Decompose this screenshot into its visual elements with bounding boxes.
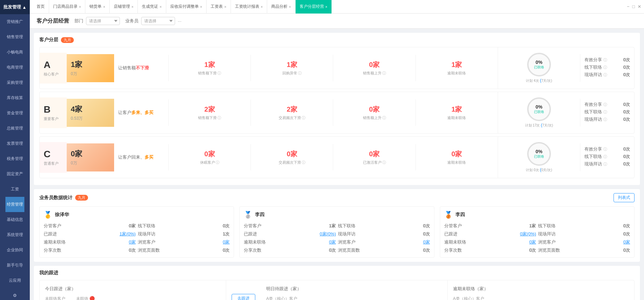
info-icon[interactable]: ⓘ	[302, 115, 305, 120]
tab-close-icon[interactable]: ×	[289, 5, 291, 9]
sidebar-item-发票管理[interactable]: 发票管理	[5, 136, 24, 151]
sidebar-item-小畅电商[interactable]: 小畅电商	[5, 45, 24, 60]
info-icon[interactable]: ⓘ	[382, 160, 386, 165]
list-view-button[interactable]: 列表式	[614, 193, 635, 202]
sp-stat-value[interactable]: 0家	[129, 239, 135, 245]
sidebar-item-营销推广[interactable]: 营销推广	[5, 14, 24, 29]
sp-stat-label: 分享次数	[44, 247, 61, 253]
tab-应收应付调整单[interactable]: 应收应付调整单×	[166, 0, 207, 14]
circle-pct: 0%	[536, 149, 542, 154]
info-icon[interactable]: ⓘ	[603, 117, 607, 121]
sidebar-item-总账管理[interactable]: 总账管理	[5, 121, 24, 136]
info-icon[interactable]: ⓘ	[603, 102, 607, 107]
sp-stat-label: 已跟进	[444, 231, 457, 237]
tab-close-icon[interactable]: ×	[159, 5, 162, 9]
tab-close-icon[interactable]: ×	[325, 5, 327, 9]
sidebar-item-采购管理[interactable]: 采购管理	[5, 75, 24, 90]
window-close-icon[interactable]: ✕	[638, 4, 641, 9]
sp-stat-item: 分享次数0次	[44, 247, 136, 253]
sidebar-item-云应用[interactable]: 云应用	[5, 273, 24, 288]
sidebar-item-销售管理[interactable]: 销售管理	[5, 29, 24, 45]
go-followup-button[interactable]: 去跟进	[232, 294, 255, 300]
tab-close-icon[interactable]: ×	[103, 5, 105, 9]
tab-close-icon[interactable]: ×	[224, 5, 226, 9]
sidebar-item-系统管理[interactable]: 系统管理	[5, 227, 24, 243]
info-icon[interactable]: ⓘ	[298, 71, 302, 76]
tab-门店商品目录[interactable]: 门店商品目录×	[49, 0, 85, 14]
sp-stat-value[interactable]: 0家	[223, 239, 230, 245]
sp-stat-value[interactable]: 0家(0%)	[520, 231, 536, 237]
sidebar-item-电商管理[interactable]: 电商管理	[5, 60, 24, 75]
tab-店铺管理[interactable]: 店铺管理×	[110, 0, 138, 14]
info-icon[interactable]: ⓘ	[603, 147, 607, 151]
salesperson-select[interactable]: 请选择	[141, 17, 175, 25]
dept-select[interactable]: 请选择	[86, 17, 120, 25]
window-maximize-icon[interactable]: □	[632, 4, 635, 9]
sp-stat-value[interactable]: 0家(0%)	[320, 231, 336, 237]
right-stat-item: 有效分享 ⓘ0次	[584, 146, 630, 152]
tier-action-B: 让客户多来、多买	[114, 104, 168, 121]
sp-stat-item: 现场拜访0次	[538, 231, 630, 237]
tab-销货单[interactable]: 销货单×	[85, 0, 109, 14]
metric-item: 0家销售额上升ⓘ	[333, 55, 415, 81]
info-icon[interactable]: ⓘ	[603, 155, 607, 159]
sidebar-item-企业协同[interactable]: 企业协同	[5, 243, 24, 258]
tier-action-highlight: 不下滑	[136, 65, 149, 70]
filter-more-icon[interactable]: ···	[178, 19, 181, 24]
tab-close-icon[interactable]: ×	[261, 5, 263, 9]
tab-close-icon[interactable]: ×	[200, 5, 202, 9]
info-icon[interactable]: ⓘ	[217, 115, 221, 120]
sidebar-top[interactable]: 批发管理 ▲	[0, 0, 30, 14]
sidebar-item-基础信息[interactable]: 基础信息	[5, 212, 24, 227]
tier-name: 核心客户	[44, 72, 59, 77]
metric-item: 1家逾期未联络	[415, 99, 498, 126]
sidebar-item-工资[interactable]: 工资	[5, 182, 24, 197]
sidebar-settings[interactable]: ⚙	[0, 288, 30, 300]
tab-close-icon[interactable]: ×	[79, 5, 81, 9]
sp-stat-value[interactable]: 0家	[329, 239, 336, 245]
sp-stat-value[interactable]: 1家(0%)	[120, 231, 136, 237]
info-icon[interactable]: ⓘ	[382, 71, 386, 76]
info-icon[interactable]: ⓘ	[216, 160, 219, 165]
sp-stat-value[interactable]: 0家	[423, 239, 430, 245]
right-stat-label: 有效分享 ⓘ	[584, 146, 607, 152]
tier-row-B: B重要客户4家0.53万让客户多来、多买2家销售额下滑ⓘ2家交易频次下滑ⓘ0家销…	[39, 92, 635, 134]
tab-close-icon[interactable]: ×	[131, 5, 133, 9]
metric-circle-item: 0% 已联络 计划 4次 (7天/次)	[498, 47, 580, 89]
right-stat-label: 现场拜访 ⓘ	[584, 161, 607, 167]
info-icon[interactable]: ⓘ	[603, 58, 607, 62]
right-stat-label: 有效分享 ⓘ	[584, 57, 607, 63]
sidebar-item-库存核算[interactable]: 库存核算	[5, 90, 24, 106]
info-icon[interactable]: ⓘ	[217, 71, 221, 76]
plan-link[interactable]: (	[541, 122, 542, 128]
plan-link[interactable]: (	[540, 78, 541, 83]
sidebar-item-固定资产[interactable]: 固定资产	[5, 166, 24, 182]
info-icon[interactable]: ⓘ	[382, 115, 386, 120]
sidebar-item-经营管理[interactable]: 经营管理	[5, 197, 24, 212]
sp-stat-value[interactable]: 0家	[623, 239, 630, 245]
window-minimize-icon[interactable]: −	[627, 4, 630, 9]
salesperson-name: 李四	[255, 212, 264, 218]
sp-stat-label: 分享次数	[244, 247, 261, 253]
sidebar-item-新手引导[interactable]: 新手引导	[5, 258, 24, 273]
info-icon[interactable]: ⓘ	[603, 110, 607, 114]
tab-商品分析[interactable]: 商品分析×	[267, 0, 295, 14]
salesperson-name: 徐泽华	[55, 212, 69, 218]
sp-stat-value[interactable]: 0家	[529, 239, 536, 245]
tab-工资统计报表[interactable]: 工资统计报表×	[231, 0, 267, 14]
salesperson-header: 🥈李四	[244, 211, 430, 219]
tab-生成凭证[interactable]: 生成凭证×	[138, 0, 166, 14]
info-icon[interactable]: ⓘ	[603, 65, 607, 69]
tab-首页[interactable]: 首页	[33, 0, 49, 14]
tier-count: 4家	[71, 104, 110, 114]
info-icon[interactable]: ⓘ	[603, 73, 607, 77]
info-icon[interactable]: ⓘ	[302, 160, 305, 165]
metric-label: 交易频次下滑ⓘ	[254, 115, 330, 120]
sidebar-item-税务管理[interactable]: 税务管理	[5, 151, 24, 166]
tab-工资表[interactable]: 工资表×	[207, 0, 231, 14]
tier-letter: A	[44, 60, 50, 70]
tab-客户分层经营[interactable]: 客户分层经营×	[296, 0, 332, 14]
sidebar-item-资金管理[interactable]: 资金管理	[5, 106, 24, 121]
info-icon[interactable]: ⓘ	[603, 162, 607, 166]
plan-link[interactable]: (	[540, 167, 541, 172]
